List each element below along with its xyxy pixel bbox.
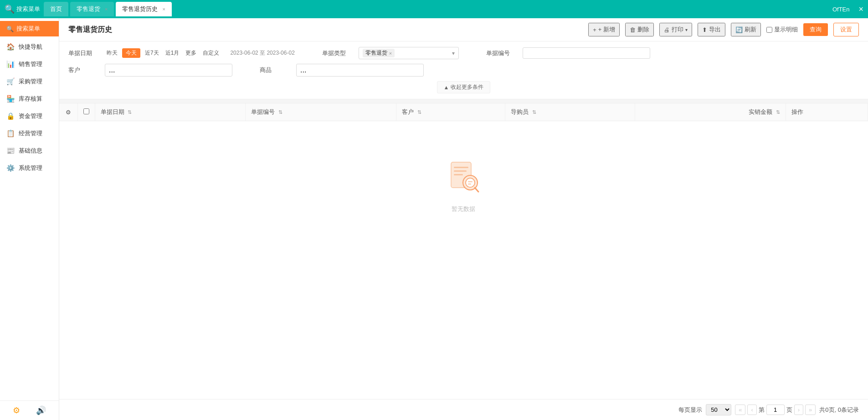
basic-info-icon: 📰: [6, 147, 15, 155]
print-button[interactable]: 🖨 打印 ▾: [659, 23, 692, 36]
settings-button[interactable]: 设置: [833, 23, 859, 36]
sidebar-item-sales-mgmt-label: 销售管理: [19, 60, 42, 68]
svg-rect-2: [454, 170, 467, 172]
main-layout: 🔍 搜索菜单 🏠 快捷导航 📊 销售管理 🛒 采购管理 🏪 库存核算 🔒 资金管…: [0, 18, 868, 420]
type-dropdown-icon: ▾: [452, 50, 455, 56]
customer-input-box[interactable]: ...: [105, 64, 232, 77]
date-opt-custom[interactable]: 自定义: [201, 48, 221, 58]
sidebar-item-finance[interactable]: 🔒 资金管理: [0, 108, 59, 125]
system-icon: ⚙️: [6, 164, 15, 172]
purchase-icon: 🛒: [6, 77, 15, 86]
sales-icon: 📊: [6, 60, 15, 68]
table-body: 暂无数据: [59, 121, 868, 250]
th-checkbox[interactable]: [77, 103, 95, 121]
refresh-icon: 🔄: [735, 26, 743, 33]
tab-retail-return-close[interactable]: ×: [105, 6, 108, 12]
voucher-filter-label: 单据编号: [486, 49, 514, 57]
search-menu-label[interactable]: 搜索菜单: [16, 5, 40, 13]
collapse-row: ▲ 收起更多条件: [68, 81, 859, 93]
settings-label: 设置: [840, 26, 852, 33]
page-size-select[interactable]: 10 20 50 100: [706, 404, 731, 415]
prev-page-button[interactable]: ‹: [747, 405, 756, 415]
header-actions: + + 新增 🗑 删除 🖨 打印 ▾ ⬆ 导出 🔄: [588, 23, 859, 36]
sidebar-bottom: ⚙ 🔊: [0, 400, 59, 420]
refresh-label: 刷新: [745, 26, 756, 34]
last-page-button[interactable]: »: [805, 405, 816, 415]
sidebar-item-inventory[interactable]: 🏪 库存核算: [0, 90, 59, 108]
svg-rect-8: [468, 184, 471, 184]
voucher-no-input[interactable]: [523, 47, 650, 59]
th-guide-label: 导购员: [511, 108, 529, 115]
th-customer[interactable]: 客户 ⇅: [396, 103, 505, 121]
display-detail-toggle[interactable]: 显示明细: [766, 26, 798, 34]
date-opt-1month[interactable]: 近1月: [164, 48, 181, 58]
type-filter-box[interactable]: 零售退货 × ▾: [359, 47, 459, 59]
th-date[interactable]: 单据日期 ⇅: [95, 103, 246, 121]
sidebar-item-finance-label: 资金管理: [19, 112, 42, 120]
page-label-suffix: 页: [786, 406, 792, 414]
next-page-button[interactable]: ›: [794, 405, 803, 415]
settings-bottom-icon[interactable]: ⚙: [13, 405, 20, 415]
date-opt-more[interactable]: 更多: [184, 48, 198, 58]
topbar-right: OfTEn ×: [832, 5, 863, 14]
th-settings[interactable]: ⚙: [59, 103, 77, 121]
date-range-display: 2023-06-02 至 2023-06-02: [230, 49, 294, 57]
date-opt-yesterday[interactable]: 昨天: [105, 48, 119, 58]
tab-retail-return-history-close[interactable]: ×: [162, 6, 165, 12]
th-date-label: 单据日期: [101, 108, 124, 115]
goods-input-dots: ...: [300, 66, 420, 74]
sidebar-item-system-mgmt-label: 系统管理: [19, 164, 42, 172]
sidebar-search[interactable]: 🔍 搜索菜单: [0, 21, 59, 36]
th-guide-sort[interactable]: ⇅: [532, 109, 536, 115]
tab-retail-return-history[interactable]: 零售退货历史 ×: [116, 2, 171, 16]
finance-icon: 🔒: [6, 112, 15, 120]
th-amount-sort[interactable]: ⇅: [776, 109, 780, 115]
sidebar-item-quick-nav[interactable]: 🏠 快捷导航: [0, 38, 59, 56]
tab-home[interactable]: 首页: [44, 2, 68, 16]
th-amount[interactable]: 实销金额 ⇅: [635, 103, 786, 121]
page-title: 零售退货历史: [68, 25, 112, 35]
column-settings-icon[interactable]: ⚙: [66, 109, 71, 116]
date-opt-7days[interactable]: 近7天: [143, 48, 161, 58]
goods-input-box[interactable]: ...: [296, 64, 424, 77]
export-button[interactable]: ⬆ 导出: [698, 23, 725, 36]
table-container: ⚙ 单据日期 ⇅ 单据编号 ⇅: [59, 103, 868, 399]
sidebar-item-purchase-mgmt[interactable]: 🛒 采购管理: [0, 73, 59, 90]
display-detail-checkbox[interactable]: [766, 27, 772, 33]
empty-text: 暂无数据: [452, 205, 475, 213]
sidebar-item-operations[interactable]: 📋 经营管理: [0, 125, 59, 142]
th-guide[interactable]: 导购员 ⇅: [505, 103, 635, 121]
th-voucher-sort[interactable]: ⇅: [278, 109, 282, 115]
delete-button[interactable]: 🗑 删除: [625, 23, 654, 36]
sidebar-item-sales-mgmt[interactable]: 📊 销售管理: [0, 56, 59, 73]
tab-retail-return[interactable]: 零售退货 ×: [70, 2, 114, 16]
refresh-button[interactable]: 🔄 刷新: [731, 23, 761, 36]
th-voucher-no[interactable]: 单据编号 ⇅: [246, 103, 396, 121]
sidebar-search-label: 搜索菜单: [16, 25, 40, 33]
th-voucher-no-label: 单据编号: [251, 108, 275, 115]
type-tag: 零售退货 ×: [363, 49, 395, 57]
first-page-button[interactable]: «: [735, 405, 745, 415]
th-customer-sort[interactable]: ⇅: [417, 109, 421, 115]
th-date-sort[interactable]: ⇅: [128, 109, 132, 115]
current-page-input[interactable]: [766, 405, 785, 415]
collapse-button[interactable]: ▲ 收起更多条件: [437, 81, 491, 93]
add-button[interactable]: + + 新增: [588, 23, 620, 36]
data-table: ⚙ 单据日期 ⇅ 单据编号 ⇅: [59, 103, 868, 250]
th-action: 操作: [786, 103, 868, 121]
query-button[interactable]: 查询: [803, 23, 828, 36]
sidebar-item-system-mgmt[interactable]: ⚙️ 系统管理: [0, 159, 59, 177]
svg-rect-3: [454, 174, 463, 175]
total-label: 共0页, 0条记录: [819, 406, 859, 414]
sidebar-item-basic-info[interactable]: 📰 基础信息: [0, 142, 59, 159]
date-opt-today[interactable]: 今天: [122, 48, 140, 58]
collapse-up-icon: ▲: [444, 84, 449, 91]
type-tag-remove[interactable]: ×: [389, 51, 392, 56]
add-icon: +: [593, 26, 596, 33]
window-close-button[interactable]: ×: [858, 5, 863, 14]
delete-icon: 🗑: [630, 26, 636, 33]
empty-icon: [443, 158, 484, 199]
volume-icon[interactable]: 🔊: [36, 405, 46, 415]
search-icon: 🔍: [6, 26, 14, 32]
select-all-checkbox[interactable]: [83, 108, 89, 114]
